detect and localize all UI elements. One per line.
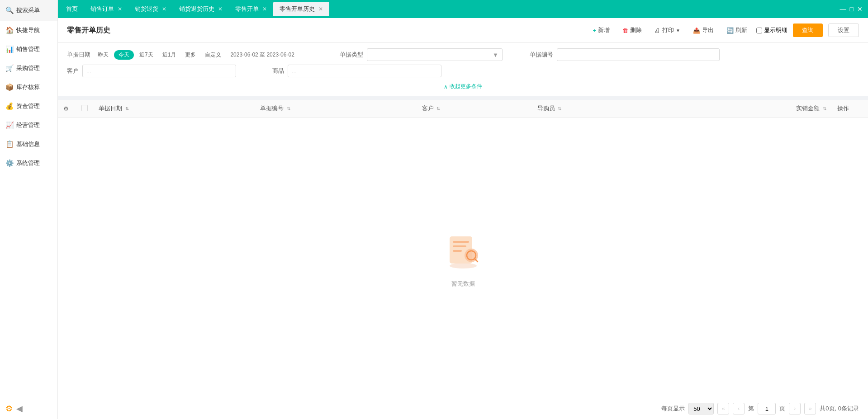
- bill-type-select[interactable]: ▼: [367, 48, 503, 61]
- col-date-sort[interactable]: ⇅: [125, 106, 129, 111]
- filter-area: 单据日期 昨天 今天 近7天 近1月 更多 自定义 2023-06-02 至 2…: [58, 43, 868, 96]
- add-button[interactable]: + 新增: [589, 24, 614, 36]
- window-controls: — □ ✕: [840, 5, 866, 13]
- bill-no-label: 单据编号: [530, 51, 553, 59]
- sidebar-item-base-info[interactable]: 📋 基础信息: [0, 135, 57, 154]
- sidebar-item-label: 销售管理: [16, 45, 40, 53]
- tab-sales-return[interactable]: 销货退货 ✕: [128, 2, 173, 16]
- settings-button[interactable]: 设置: [828, 24, 859, 37]
- display-detail-checkbox[interactable]: [756, 28, 762, 33]
- finance-icon: 💰: [5, 102, 14, 110]
- delete-button[interactable]: 🗑 删除: [619, 24, 645, 36]
- collapse-sidebar-button[interactable]: ◀: [16, 404, 23, 414]
- tab-home[interactable]: 首页: [60, 2, 84, 16]
- date-opt-more[interactable]: 更多: [181, 50, 199, 60]
- export-icon: 📤: [693, 27, 700, 34]
- filter-bill-type: 单据类型 ▼: [340, 48, 503, 61]
- tab-sales-return-history-label: 销货退货历史: [179, 5, 214, 13]
- tab-sales-order-close[interactable]: ✕: [118, 6, 122, 12]
- per-page-select[interactable]: 50 10 20 100: [688, 403, 714, 414]
- pagination: 每页显示 50 10 20 100 « ‹ 第 页 › » 共0页, 0条记录: [58, 398, 868, 419]
- date-range-value: 2023-06-02 至 2023-06-02: [230, 51, 294, 59]
- date-opt-last7[interactable]: 近7天: [136, 50, 157, 60]
- sidebar: 🔍 搜索采单 🏠 快捷导航 📊 销售管理 🛒 采购管理 📦 库存核算 💰 资金管…: [0, 0, 58, 419]
- export-button[interactable]: 📤 导出: [689, 24, 717, 36]
- table-area: ⚙ 单据日期 ⇅ 单据编号 ⇅: [58, 100, 868, 398]
- query-button[interactable]: 查询: [793, 24, 823, 37]
- tab-sales-return-history-close[interactable]: ✕: [218, 6, 223, 12]
- bill-no-text-input[interactable]: [561, 52, 716, 58]
- filter-goods: 商品 ...: [272, 65, 441, 77]
- next-page-button[interactable]: ›: [789, 403, 801, 414]
- tab-retail-open[interactable]: 零售开单 ✕: [229, 2, 273, 16]
- tab-retail-open-history-close[interactable]: ✕: [318, 6, 323, 12]
- tab-retail-open-close[interactable]: ✕: [262, 6, 267, 12]
- sidebar-item-inventory[interactable]: 📦 库存核算: [0, 78, 57, 97]
- sidebar-bottom: ⚙ ◀: [0, 398, 57, 419]
- prev-page-button[interactable]: ‹: [733, 403, 745, 414]
- sidebar-item-purchase-mgmt[interactable]: 🛒 采购管理: [0, 59, 57, 78]
- tab-sales-return-close[interactable]: ✕: [162, 6, 166, 12]
- tab-retail-open-history[interactable]: 零售开单历史 ✕: [273, 2, 329, 16]
- refresh-button[interactable]: 🔄 刷新: [723, 24, 751, 36]
- table-header-row: ⚙ 单据日期 ⇅ 单据编号 ⇅: [58, 100, 868, 118]
- sidebar-item-label: 采购管理: [16, 64, 40, 72]
- tabs-bar: 首页 销售订单 ✕ 销货退货 ✕ 销货退货历史 ✕ 零售开单 ✕ 零售开单历史 …: [58, 0, 868, 18]
- sidebar-item-quick-nav[interactable]: 🏠 快捷导航: [0, 21, 57, 40]
- col-customer-sort[interactable]: ⇅: [436, 106, 440, 111]
- close-button[interactable]: ✕: [857, 5, 863, 13]
- goods-dots: ...: [292, 68, 297, 75]
- display-detail-toggle[interactable]: 显示明细: [756, 26, 787, 34]
- date-opt-today[interactable]: 今天: [114, 50, 134, 60]
- refresh-label: 刷新: [735, 26, 747, 34]
- goods-input[interactable]: ...: [288, 65, 441, 77]
- last-page-button[interactable]: »: [804, 403, 816, 414]
- minimize-button[interactable]: —: [840, 5, 846, 13]
- svg-rect-2: [453, 241, 469, 243]
- goods-label: 商品: [272, 67, 284, 75]
- inventory-icon: 📦: [5, 83, 14, 91]
- data-table: ⚙ 单据日期 ⇅ 单据编号 ⇅: [58, 100, 868, 118]
- bill-type-arrow: ▼: [493, 52, 498, 58]
- collapse-filter-button[interactable]: ∧ 收起更多条件: [67, 81, 859, 92]
- date-opt-last1m[interactable]: 近1月: [159, 50, 180, 60]
- customer-input[interactable]: ...: [82, 65, 236, 77]
- filter-bill-no: 单据编号: [530, 48, 720, 61]
- page-header: 零售开单历史 + 新增 🗑 删除 🖨 打印 ▼ 📤 导出: [58, 18, 868, 43]
- page-title: 零售开单历史: [67, 26, 110, 35]
- col-guide-sort[interactable]: ⇅: [558, 106, 561, 111]
- sidebar-item-operations[interactable]: 📈 经营管理: [0, 116, 57, 135]
- date-options: 昨天 今天 近7天 近1月 更多 自定义: [94, 50, 225, 60]
- col-no-sort[interactable]: ⇅: [287, 106, 290, 111]
- col-checkbox: [76, 100, 93, 118]
- bill-type-label: 单据类型: [340, 51, 363, 59]
- table-settings-icon[interactable]: ⚙: [63, 105, 69, 112]
- col-no-label: 单据编号: [260, 105, 284, 112]
- date-opt-yesterday[interactable]: 昨天: [94, 50, 112, 60]
- col-customer-label: 客户: [422, 105, 434, 112]
- delete-label: 删除: [630, 26, 642, 34]
- operations-icon: 📈: [5, 121, 14, 129]
- print-button[interactable]: 🖨 打印 ▼: [651, 24, 684, 36]
- display-detail-label: 显示明细: [764, 26, 787, 34]
- maximize-button[interactable]: □: [850, 5, 854, 13]
- customer-label: 客户: [67, 67, 79, 75]
- page-number-input[interactable]: [758, 403, 776, 414]
- filter-row-1: 单据日期 昨天 今天 近7天 近1月 更多 自定义 2023-06-02 至 2…: [67, 48, 859, 61]
- tab-sales-order-label: 销售订单: [90, 5, 114, 13]
- col-amount-sort[interactable]: ⇅: [823, 106, 826, 111]
- tab-sales-return-history[interactable]: 销货退货历史 ✕: [173, 2, 229, 16]
- sidebar-item-finance[interactable]: 💰 资金管理: [0, 97, 57, 116]
- first-page-button[interactable]: «: [717, 403, 729, 414]
- tab-sales-order[interactable]: 销售订单 ✕: [84, 2, 128, 16]
- settings-bottom-icon[interactable]: ⚙: [5, 404, 13, 414]
- col-guide-label: 导购员: [537, 105, 555, 112]
- select-all-checkbox[interactable]: [81, 105, 88, 111]
- sidebar-item-sales-mgmt[interactable]: 📊 销售管理: [0, 40, 57, 59]
- print-label: 打印: [662, 26, 674, 34]
- date-opt-custom[interactable]: 自定义: [201, 50, 225, 60]
- tab-retail-open-label: 零售开单: [235, 5, 259, 13]
- sidebar-search[interactable]: 🔍 搜索采单: [0, 0, 57, 21]
- sidebar-item-sys-mgmt[interactable]: ⚙️ 系统管理: [0, 154, 57, 173]
- bill-no-input[interactable]: [557, 48, 720, 61]
